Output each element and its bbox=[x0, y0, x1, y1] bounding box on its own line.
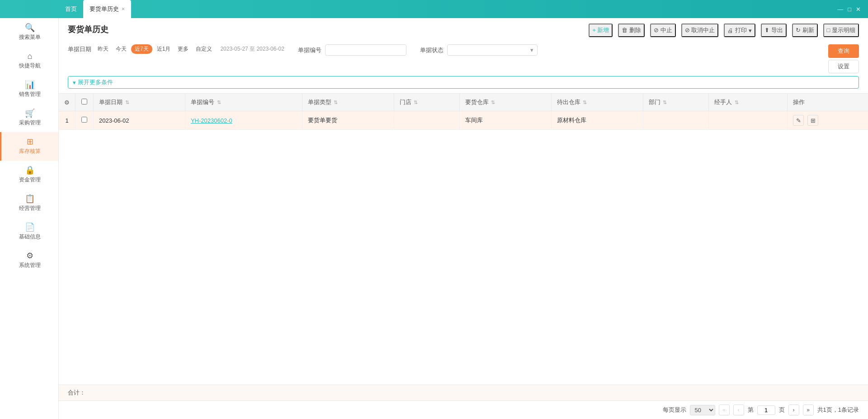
toolbar: + 新增 🗑 删除 ⊘ 中止 ⊘ 取消中止 🖨 打印 ▾ ⬆ 导出 ↻ 刷新 □… bbox=[589, 24, 859, 37]
finance-icon: 🔒 bbox=[25, 166, 35, 174]
date-btn-custom[interactable]: 自定义 bbox=[193, 44, 215, 54]
col-handler[interactable]: 经手人 ⇅ bbox=[709, 94, 788, 111]
window-max-button[interactable]: □ bbox=[848, 6, 851, 13]
sidebar-item-finance[interactable]: 🔒 资金管理 bbox=[0, 161, 58, 189]
sidebar-item-sales-mgmt[interactable]: 📊 销售管理 bbox=[0, 75, 58, 104]
pagination: 每页显示 50 100 200 « ‹ 第 1 页 › » 共1页，1条记录 bbox=[59, 400, 868, 419]
row-checkbox[interactable] bbox=[81, 117, 87, 123]
table-header-row: ⚙ 单据日期 ⇅ 单据编号 ⇅ 单据类型 bbox=[59, 94, 868, 111]
window-min-button[interactable]: — bbox=[837, 6, 843, 13]
last-page-button[interactable]: » bbox=[803, 405, 814, 415]
cell-row-num: 1 bbox=[59, 111, 75, 130]
cell-req-warehouse: 车间库 bbox=[459, 111, 551, 130]
doc-no-input[interactable] bbox=[325, 44, 406, 56]
prev-page-button[interactable]: ‹ bbox=[733, 405, 744, 415]
table-row: 1 2023-06-02 YH-20230602-0 要货单要货 车间库 原材料… bbox=[59, 111, 868, 130]
cell-handler bbox=[709, 111, 788, 130]
col-handler-label: 经手人 bbox=[714, 99, 732, 105]
date-btn-today[interactable]: 今天 bbox=[113, 44, 129, 54]
col-req-warehouse-label: 要货仓库 bbox=[465, 99, 489, 105]
cell-checkbox[interactable] bbox=[75, 111, 94, 130]
col-doc-no[interactable]: 单据编号 ⇅ bbox=[185, 94, 302, 111]
sys-mgmt-icon: ⚙ bbox=[26, 252, 33, 260]
setting-button[interactable]: 设置 bbox=[828, 60, 859, 73]
operations-icon: 📋 bbox=[25, 195, 35, 203]
top-bar: 首页 要货单历史 × — □ ✕ bbox=[0, 0, 868, 18]
cell-store bbox=[394, 111, 459, 130]
date-buttons: 昨天 今天 近7天 近1月 更多 自定义 bbox=[95, 44, 215, 54]
print-button[interactable]: 🖨 打印 ▾ bbox=[724, 24, 755, 37]
table-wrapper: ⚙ 单据日期 ⇅ 单据编号 ⇅ 单据类型 bbox=[59, 94, 868, 385]
col-doc-type-sort: ⇅ bbox=[334, 100, 338, 105]
date-btn-yesterday[interactable]: 昨天 bbox=[95, 44, 111, 54]
col-pending-warehouse[interactable]: 待出仓库 ⇅ bbox=[551, 94, 643, 111]
doc-no-filter-group: 单据编号 bbox=[298, 44, 406, 56]
inventory-icon: ⊞ bbox=[27, 138, 33, 146]
table-footer: 合计： bbox=[59, 385, 868, 400]
tab-close-icon[interactable]: × bbox=[122, 6, 125, 12]
col-dept-sort: ⇅ bbox=[663, 100, 667, 105]
print-icon: 🖨 bbox=[727, 27, 733, 34]
date-btn-last1month[interactable]: 近1月 bbox=[154, 44, 174, 54]
sidebar-item-operations[interactable]: 📋 经营管理 bbox=[0, 189, 58, 218]
sidebar-item-quick-nav[interactable]: ⌂ 快捷导航 bbox=[0, 47, 58, 75]
summary-label: 合计： bbox=[68, 389, 85, 397]
tab-requisition-history[interactable]: 要货单历史 × bbox=[83, 0, 131, 18]
sidebar-item-sys-mgmt[interactable]: ⚙ 系统管理 bbox=[0, 246, 58, 275]
page-number-input[interactable]: 1 bbox=[757, 405, 775, 415]
status-dropdown-icon: ▾ bbox=[530, 47, 533, 53]
page-size-select[interactable]: 50 100 200 bbox=[690, 405, 715, 415]
col-doc-type[interactable]: 单据类型 ⇅ bbox=[302, 94, 394, 111]
col-req-warehouse[interactable]: 要货仓库 ⇅ bbox=[459, 94, 551, 111]
query-button[interactable]: 查询 bbox=[828, 44, 859, 58]
row-edit-button[interactable]: ✎ bbox=[793, 115, 804, 126]
col-doc-date-label: 单据日期 bbox=[99, 99, 123, 105]
sidebar-item-purchase-mgmt[interactable]: 🛒 采购管理 bbox=[0, 104, 58, 132]
sidebar-item-search-menu[interactable]: 🔍 搜索菜单 bbox=[0, 18, 58, 47]
sidebar: 🔍 搜索菜单 ⌂ 快捷导航 📊 销售管理 🛒 采购管理 ⊞ 库存核算 🔒 资金管… bbox=[0, 18, 59, 419]
cell-pending-warehouse: 原材料仓库 bbox=[551, 111, 643, 130]
sidebar-item-inventory-label: 库存核算 bbox=[19, 148, 41, 155]
cancel-stop-button[interactable]: ⊘ 取消中止 bbox=[681, 24, 719, 37]
doc-no-label: 单据编号 bbox=[298, 46, 321, 54]
basic-info-icon: 📄 bbox=[25, 223, 35, 231]
date-btn-last7[interactable]: 近7天 bbox=[131, 44, 152, 54]
show-detail-button[interactable]: □ 显示明细 bbox=[823, 24, 859, 37]
purchase-mgmt-icon: 🛒 bbox=[25, 109, 35, 117]
sidebar-item-basic-info[interactable]: 📄 基础信息 bbox=[0, 218, 58, 246]
tab-home[interactable]: 首页 bbox=[59, 0, 83, 18]
cell-doc-no[interactable]: YH-20230602-0 bbox=[185, 111, 302, 130]
status-filter-group: 单据状态 ▾ bbox=[420, 44, 538, 56]
row-detail-button[interactable]: ⊞ bbox=[807, 115, 818, 126]
col-store[interactable]: 门店 ⇅ bbox=[394, 94, 459, 111]
sidebar-item-basic-info-label: 基础信息 bbox=[19, 233, 41, 241]
sales-mgmt-icon: 📊 bbox=[25, 81, 35, 89]
cell-dept bbox=[643, 111, 708, 130]
stop-button[interactable]: ⊘ 中止 bbox=[650, 24, 676, 37]
page-size-label: 每页显示 bbox=[663, 406, 686, 414]
window-close-button[interactable]: ✕ bbox=[856, 6, 861, 13]
export-button[interactable]: ⬆ 导出 bbox=[761, 24, 787, 37]
col-doc-date[interactable]: 单据日期 ⇅ bbox=[94, 94, 185, 111]
tab-requisition-history-label: 要货单历史 bbox=[90, 5, 119, 13]
date-btn-more[interactable]: 更多 bbox=[175, 44, 191, 54]
cell-ops: ✎ ⊞ bbox=[788, 111, 868, 130]
new-button[interactable]: + 新增 bbox=[589, 24, 613, 37]
col-pending-warehouse-sort: ⇅ bbox=[583, 100, 587, 105]
col-dept[interactable]: 部门 ⇅ bbox=[643, 94, 708, 111]
sidebar-item-finance-label: 资金管理 bbox=[19, 176, 41, 184]
sidebar-item-inventory[interactable]: ⊞ 库存核算 bbox=[0, 132, 58, 161]
refresh-button[interactable]: ↻ 刷新 bbox=[792, 24, 818, 37]
select-all-checkbox[interactable] bbox=[81, 99, 87, 105]
doc-no-link[interactable]: YH-20230602-0 bbox=[191, 117, 232, 124]
next-page-button[interactable]: › bbox=[788, 405, 799, 415]
expand-label: 展开更多条件 bbox=[78, 78, 113, 86]
delete-button[interactable]: 🗑 删除 bbox=[618, 24, 645, 37]
status-select[interactable]: ▾ bbox=[447, 44, 538, 56]
col-ops-label: 操作 bbox=[793, 99, 805, 105]
first-page-button[interactable]: « bbox=[719, 405, 730, 415]
col-settings[interactable]: ⚙ bbox=[59, 94, 75, 111]
expand-filter-button[interactable]: ▾ 展开更多条件 bbox=[68, 76, 859, 89]
row-operations: ✎ ⊞ bbox=[793, 115, 863, 126]
col-ops: 操作 bbox=[788, 94, 868, 111]
